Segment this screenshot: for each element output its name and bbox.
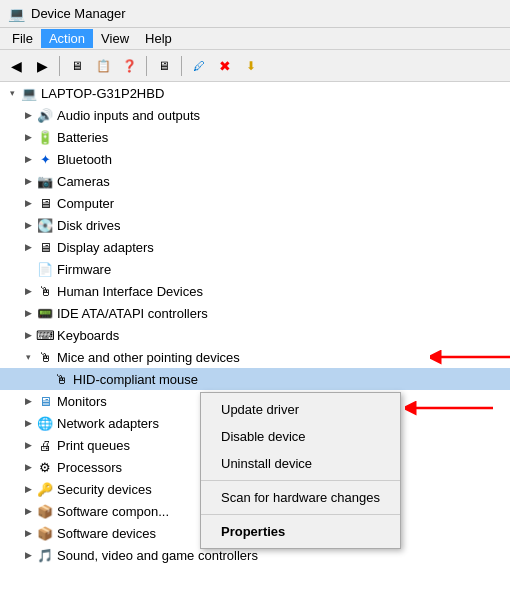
expand-root[interactable]: ▾ bbox=[4, 85, 20, 101]
ctx-update-driver[interactable]: Update driver bbox=[201, 396, 400, 423]
expand-icon[interactable]: ▶ bbox=[20, 437, 36, 453]
item-label: Batteries bbox=[57, 130, 108, 145]
expand-icon[interactable]: ▶ bbox=[20, 459, 36, 475]
disk-icon: 💽 bbox=[36, 216, 54, 234]
forward-button[interactable]: ▶ bbox=[30, 54, 54, 78]
root-label: LAPTOP-G31P2HBD bbox=[41, 86, 164, 101]
item-label: Cameras bbox=[57, 174, 110, 189]
ide-icon: 📟 bbox=[36, 304, 54, 322]
expand-icon[interactable]: ▶ bbox=[20, 151, 36, 167]
expand-icon[interactable]: ▶ bbox=[20, 327, 36, 343]
help-button[interactable]: ❓ bbox=[117, 54, 141, 78]
back-button[interactable]: ◀ bbox=[4, 54, 28, 78]
window-icon: 💻 bbox=[8, 6, 25, 22]
title-bar: 💻 Device Manager bbox=[0, 0, 510, 28]
display-icon: 🖥 bbox=[36, 238, 54, 256]
expand-mice-icon[interactable]: ▾ bbox=[20, 349, 36, 365]
expand-icon[interactable]: ▶ bbox=[20, 217, 36, 233]
item-label: Security devices bbox=[57, 482, 152, 497]
item-label: Human Interface Devices bbox=[57, 284, 203, 299]
ctx-update-driver-label: Update driver bbox=[221, 402, 299, 417]
item-label: Bluetooth bbox=[57, 152, 112, 167]
hid-icon: 🖱 bbox=[36, 282, 54, 300]
item-label: IDE ATA/ATAPI controllers bbox=[57, 306, 208, 321]
expand-icon[interactable]: ▶ bbox=[20, 283, 36, 299]
print-icon: 🖨 bbox=[36, 436, 54, 454]
tree-view[interactable]: ▾ 💻 LAPTOP-G31P2HBD ▶ 🔊 Audio inputs and… bbox=[0, 82, 510, 601]
toolbar-sep-2 bbox=[146, 56, 147, 76]
menu-action[interactable]: Action bbox=[41, 29, 93, 48]
item-label: Disk drives bbox=[57, 218, 121, 233]
swdev-icon: 📦 bbox=[36, 524, 54, 542]
context-menu: Update driver Disable device Uninstall d… bbox=[200, 392, 401, 549]
new-button[interactable]: 🖊 bbox=[187, 54, 211, 78]
item-label: Print queues bbox=[57, 438, 130, 453]
network-icon: 🌐 bbox=[36, 414, 54, 432]
expand-icon[interactable]: ▶ bbox=[20, 129, 36, 145]
expand-icon[interactable]: ▶ bbox=[20, 503, 36, 519]
item-label: Keyboards bbox=[57, 328, 119, 343]
ctx-scan-hardware[interactable]: Scan for hardware changes bbox=[201, 484, 400, 511]
list-item[interactable]: ▶ 💽 Disk drives bbox=[0, 214, 510, 236]
list-item[interactable]: ▶ 🖱 Human Interface Devices bbox=[0, 280, 510, 302]
window-title: Device Manager bbox=[31, 6, 126, 21]
mice-label: Mice and other pointing devices bbox=[57, 350, 240, 365]
hid-mouse-item[interactable]: 🖱 HID-compliant mouse bbox=[0, 368, 510, 390]
processors-icon: ⚙ bbox=[36, 458, 54, 476]
list-item[interactable]: ▶ 🖥 Computer bbox=[0, 192, 510, 214]
ctx-scan-label: Scan for hardware changes bbox=[221, 490, 380, 505]
item-label: Monitors bbox=[57, 394, 107, 409]
hid-mouse-icon: 🖱 bbox=[52, 370, 70, 388]
ctx-disable-device[interactable]: Disable device bbox=[201, 423, 400, 450]
expand-icon[interactable]: ▶ bbox=[20, 415, 36, 431]
menu-file[interactable]: File bbox=[4, 29, 41, 48]
expand-icon[interactable]: ▶ bbox=[20, 107, 36, 123]
ctx-properties[interactable]: Properties bbox=[201, 518, 400, 545]
hid-mouse-label: HID-compliant mouse bbox=[73, 372, 198, 387]
list-item[interactable]: ▶ 🔋 Batteries bbox=[0, 126, 510, 148]
ctx-disable-label: Disable device bbox=[221, 429, 306, 444]
mice-item[interactable]: ▾ 🖱 Mice and other pointing devices bbox=[0, 346, 510, 368]
item-label: Network adapters bbox=[57, 416, 159, 431]
expand-icon[interactable]: ▶ bbox=[20, 239, 36, 255]
bluetooth-item[interactable]: ▶ ✦ Bluetooth bbox=[0, 148, 510, 170]
properties-button[interactable]: 🖥 bbox=[65, 54, 89, 78]
list-item[interactable]: ▶ 🖥 Display adapters bbox=[0, 236, 510, 258]
download-button[interactable]: ⬇ bbox=[239, 54, 263, 78]
list-item[interactable]: 📄 Firmware bbox=[0, 258, 510, 280]
audio-icon: 🔊 bbox=[36, 106, 54, 124]
menu-help[interactable]: Help bbox=[137, 29, 180, 48]
toolbar: ◀ ▶ 🖥 📋 ❓ 🖥 🖊 ✖ ⬇ bbox=[0, 50, 510, 82]
scan-button[interactable]: 🖥 bbox=[152, 54, 176, 78]
item-label: Software devices bbox=[57, 526, 156, 541]
list-item[interactable]: ▶ ⌨ Keyboards bbox=[0, 324, 510, 346]
item-label: Audio inputs and outputs bbox=[57, 108, 200, 123]
expand-icon[interactable]: ▶ bbox=[20, 195, 36, 211]
expand-icon[interactable]: ▶ bbox=[20, 305, 36, 321]
list-item[interactable]: ▶ 🔊 Audio inputs and outputs bbox=[0, 104, 510, 126]
item-label: Software compon... bbox=[57, 504, 169, 519]
ctx-sep-2 bbox=[201, 514, 400, 515]
monitors-icon: 🖥 bbox=[36, 392, 54, 410]
item-label: Sound, video and game controllers bbox=[57, 548, 258, 563]
update-arrow bbox=[405, 399, 495, 417]
ctx-uninstall-device[interactable]: Uninstall device bbox=[201, 450, 400, 477]
cameras-icon: 📷 bbox=[36, 172, 54, 190]
list-item[interactable]: ▶ 📟 IDE ATA/ATAPI controllers bbox=[0, 302, 510, 324]
menu-view[interactable]: View bbox=[93, 29, 137, 48]
expand-icon[interactable]: ▶ bbox=[20, 525, 36, 541]
expand-icon[interactable]: ▶ bbox=[20, 547, 36, 563]
expand-icon[interactable]: ▶ bbox=[20, 393, 36, 409]
delete-button[interactable]: ✖ bbox=[213, 54, 237, 78]
mice-icon: 🖱 bbox=[36, 348, 54, 366]
expand-icon[interactable]: ▶ bbox=[20, 173, 36, 189]
expand-icon[interactable]: ▶ bbox=[20, 481, 36, 497]
toolbar-sep-3 bbox=[181, 56, 182, 76]
computer-icon: 🖥 bbox=[36, 194, 54, 212]
ctx-uninstall-label: Uninstall device bbox=[221, 456, 312, 471]
tree-root[interactable]: ▾ 💻 LAPTOP-G31P2HBD bbox=[0, 82, 510, 104]
update-driver-button[interactable]: 📋 bbox=[91, 54, 115, 78]
ctx-sep-1 bbox=[201, 480, 400, 481]
item-label: Processors bbox=[57, 460, 122, 475]
list-item[interactable]: ▶ 📷 Cameras bbox=[0, 170, 510, 192]
